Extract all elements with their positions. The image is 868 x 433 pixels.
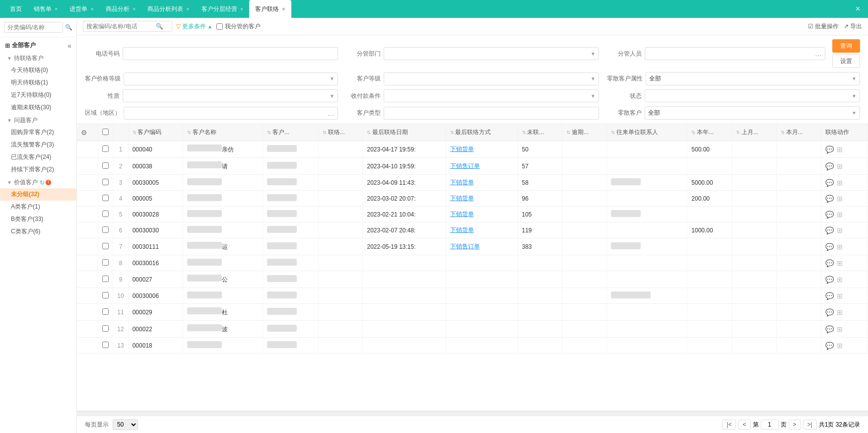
nature-input[interactable]: ▼ <box>123 89 338 102</box>
last-page-btn[interactable]: >| <box>803 420 817 430</box>
row-checkbox-cell[interactable] <box>98 271 113 288</box>
group-problem-customers[interactable]: ▼ 问题客户 <box>0 114 76 126</box>
status-input[interactable]: ▼ <box>645 89 860 102</box>
row-checkbox[interactable] <box>102 259 109 266</box>
person-input[interactable]: … <box>645 47 825 60</box>
comment-icon[interactable]: 💬 <box>825 162 834 170</box>
grid-action-icon[interactable]: ⊞ <box>837 226 843 234</box>
settings-icon[interactable]: ⚙ <box>81 129 87 137</box>
row-checkbox[interactable] <box>102 211 109 217</box>
prev-page-btn[interactable]: < <box>738 420 750 430</box>
col-overdue[interactable]: 逾期... <box>562 124 607 141</box>
row-checkbox-cell[interactable] <box>98 175 113 191</box>
customer-level-input[interactable]: ▼ <box>384 72 599 85</box>
col-no-contact[interactable]: 未联... <box>518 124 562 141</box>
sidebar-item-today[interactable]: 今天待联络(0) <box>0 64 76 76</box>
next-page-btn[interactable]: > <box>789 420 801 430</box>
col-contact[interactable]: 联络... <box>318 124 363 141</box>
tab-sales[interactable]: 销售单 × <box>28 0 64 18</box>
phone-input[interactable] <box>123 47 338 60</box>
comment-icon[interactable]: 💬 <box>825 211 834 218</box>
row-checkbox-cell[interactable] <box>98 222 113 238</box>
grid-action-icon[interactable]: ⊞ <box>837 145 843 153</box>
customer-type-input[interactable] <box>384 107 599 120</box>
page-size-select[interactable]: 50 100 200 <box>113 419 138 430</box>
retail-attr-input[interactable]: 全部▼ <box>646 72 860 85</box>
group-pending-contact[interactable]: ▼ 待联络客户 <box>0 52 76 64</box>
sidebar-item-churn-warning[interactable]: 流失预警客户(3) <box>0 139 76 151</box>
tab-goods-analysis-close[interactable]: × <box>133 6 135 12</box>
row-checkbox-cell[interactable] <box>98 207 113 222</box>
col-settings[interactable]: ⚙ <box>77 124 98 141</box>
row-checkbox[interactable] <box>102 292 109 298</box>
payment-input[interactable]: ▼ <box>384 89 599 102</box>
col-last-method[interactable]: 最后联络方式 <box>446 124 518 141</box>
sidebar-search-input[interactable] <box>4 22 63 33</box>
sidebar-item-declining[interactable]: 持续下滑客户(2) <box>0 163 76 176</box>
tab-sales-close[interactable]: × <box>55 6 58 12</box>
filter-search-box[interactable]: 🔍 <box>83 21 172 32</box>
export-btn[interactable]: ↗ 导出 <box>844 22 862 31</box>
sidebar-item-class-b[interactable]: B类客户(33) <box>0 213 76 225</box>
reset-btn[interactable]: 设置 <box>832 55 860 68</box>
comment-icon[interactable]: 💬 <box>825 259 834 267</box>
dept-input[interactable]: ▼ <box>384 47 599 60</box>
first-page-btn[interactable]: |< <box>722 420 736 430</box>
query-btn[interactable]: 查询 <box>832 39 860 53</box>
row-checkbox[interactable] <box>102 145 109 152</box>
all-customers-header[interactable]: ⊞ 全部客户 « <box>0 37 76 52</box>
row-checkbox-cell[interactable] <box>98 288 113 304</box>
sidebar-item-tomorrow[interactable]: 明天待联络(1) <box>0 76 76 89</box>
col-last-date[interactable]: 最后联络日期 <box>363 124 446 141</box>
sidebar-item-7days[interactable]: 近7天待联络(0) <box>0 89 76 101</box>
more-conditions-btn[interactable]: ▽ 更多条件 ▲ <box>176 22 212 31</box>
topbar-close[interactable]: × <box>852 4 864 13</box>
col-type[interactable]: 客户... <box>263 124 318 141</box>
row-checkbox[interactable] <box>102 243 109 249</box>
sidebar-item-abnormal[interactable]: 固购异常客户(2) <box>0 126 76 139</box>
row-checkbox-cell[interactable] <box>98 158 113 175</box>
tab-customer-contact-close[interactable]: × <box>282 6 285 12</box>
row-checkbox[interactable] <box>102 195 109 201</box>
tab-goods-list[interactable]: 商品分析列表 × <box>141 0 195 18</box>
col-this-year[interactable]: 本年... <box>687 124 732 141</box>
price-level-input[interactable]: ▼ <box>124 72 338 85</box>
my-customers-check[interactable] <box>216 23 223 30</box>
comment-icon[interactable]: 💬 <box>825 243 834 251</box>
grid-action-icon[interactable]: ⊞ <box>837 162 843 170</box>
my-customers-checkbox[interactable]: 我分管的客户 <box>216 22 261 31</box>
row-checkbox[interactable] <box>102 179 109 185</box>
row-checkbox-cell[interactable] <box>98 255 113 271</box>
col-name[interactable]: 客户名称 <box>183 124 263 141</box>
tab-customer-seg[interactable]: 客户分层经营 × <box>196 0 249 18</box>
row-checkbox-cell[interactable] <box>98 321 113 338</box>
tab-purchase[interactable]: 进货单 × <box>64 0 99 18</box>
row-checkbox-cell[interactable] <box>98 338 113 354</box>
sidebar-item-overdue[interactable]: 逾期未联络(30) <box>0 101 76 114</box>
sidebar-search-icon[interactable]: 🔍 <box>65 24 72 31</box>
row-checkbox-cell[interactable] <box>98 191 113 207</box>
col-checkbox[interactable] <box>98 124 113 141</box>
tab-goods-list-close[interactable]: × <box>186 6 189 12</box>
tab-home[interactable]: 首页 <box>4 0 28 18</box>
page-input[interactable] <box>761 420 779 430</box>
row-checkbox[interactable] <box>102 276 109 282</box>
grid-action-icon[interactable]: ⊞ <box>837 342 843 350</box>
grid-action-icon[interactable]: ⊞ <box>837 308 843 316</box>
grid-action-icon[interactable]: ⊞ <box>837 276 843 284</box>
sidebar-item-churned[interactable]: 已流失客户(24) <box>0 151 76 163</box>
row-checkbox-cell[interactable] <box>98 141 113 158</box>
sidebar-item-ungroup[interactable]: 未分组(32) <box>0 188 76 201</box>
grid-action-icon[interactable]: ⊞ <box>837 259 843 267</box>
comment-icon[interactable]: 💬 <box>825 308 834 316</box>
row-checkbox[interactable] <box>102 325 109 332</box>
sidebar-item-class-a[interactable]: A类客户(1) <box>0 201 76 213</box>
retail-customer-input[interactable]: 全部▼ <box>645 106 860 120</box>
region-input[interactable]: … <box>124 107 338 120</box>
comment-icon[interactable]: 💬 <box>825 276 834 284</box>
sidebar-item-class-c[interactable]: C类客户(6) <box>0 225 76 238</box>
grid-action-icon[interactable]: ⊞ <box>837 325 843 333</box>
col-company-contact[interactable]: 往来单位联系人 <box>606 124 687 141</box>
row-checkbox-cell[interactable] <box>98 238 113 255</box>
scrollbar[interactable] <box>77 411 868 416</box>
